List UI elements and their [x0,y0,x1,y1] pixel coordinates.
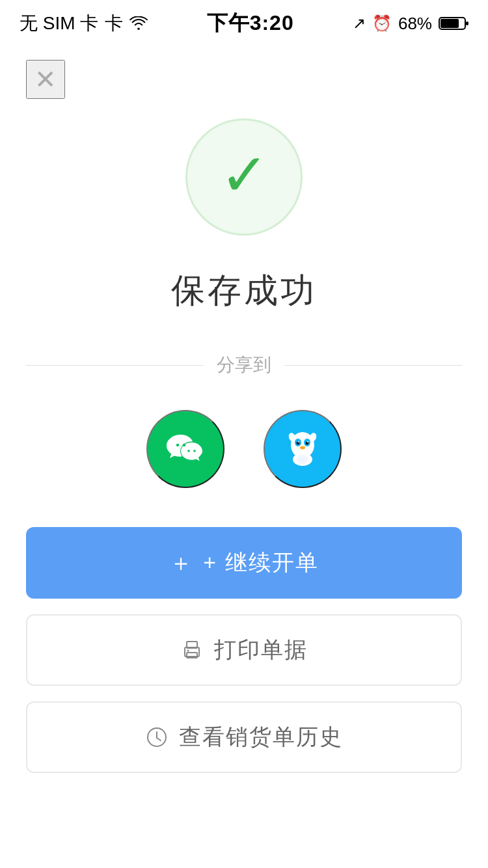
close-button[interactable]: ✕ [26,60,65,99]
alarm-icon: ⏰ [372,14,392,33]
svg-point-23 [187,650,189,652]
divider-line-left [26,365,204,366]
close-icon: ✕ [34,66,57,92]
status-left: 无 SIM 卡 卡 [20,11,148,36]
svg-point-14 [307,441,308,442]
status-right: ↗ ⏰ 68% [353,14,468,34]
svg-rect-1 [441,19,459,28]
continue-label: + 继续开单 [203,548,318,578]
print-button[interactable]: 打印单据 [26,614,462,686]
success-title: 保存成功 [171,268,317,314]
battery-icon [439,16,468,31]
svg-point-6 [187,450,190,452]
status-bar: 无 SIM 卡 卡 下午3:20 ↗ ⏰ 68% [0,0,488,47]
status-time: 下午3:20 [207,9,294,38]
history-icon [145,726,169,749]
svg-point-7 [193,450,196,452]
qq-icon [282,428,323,470]
divider-line-right [284,365,462,366]
wechat-share-button[interactable] [146,410,224,488]
location-icon: ↗ [353,14,366,33]
qq-share-button[interactable] [264,410,342,488]
share-icons [26,410,462,488]
success-icon-circle: ✓ [185,118,303,236]
wifi-icon [129,16,148,31]
svg-line-26 [157,738,161,740]
history-button[interactable]: 查看销货单历史 [26,701,462,773]
svg-point-5 [183,444,185,446]
svg-point-4 [176,444,179,446]
print-icon [180,638,204,662]
wechat-icon [163,429,208,468]
action-buttons: ＋ + 继续开单 打印单据 查看销货单历史 [26,527,462,773]
carrier-label: 无 SIM 卡 [20,11,98,36]
svg-rect-2 [466,21,468,25]
continue-button[interactable]: ＋ + 继续开单 [26,527,462,599]
share-divider: 分享到 [26,353,462,377]
svg-point-15 [300,446,305,450]
sim-label: 卡 [105,11,123,36]
battery-percent: 68% [398,14,432,34]
svg-point-17 [297,455,308,464]
share-section: 分享到 [26,353,462,488]
continue-icon: ＋ [169,547,193,579]
svg-point-13 [298,441,299,442]
history-label: 查看销货单历史 [179,722,343,752]
main-content: ✕ ✓ 保存成功 分享到 [0,47,488,868]
share-label: 分享到 [217,353,271,377]
print-label: 打印单据 [214,635,308,665]
checkmark-icon: ✓ [220,146,269,204]
